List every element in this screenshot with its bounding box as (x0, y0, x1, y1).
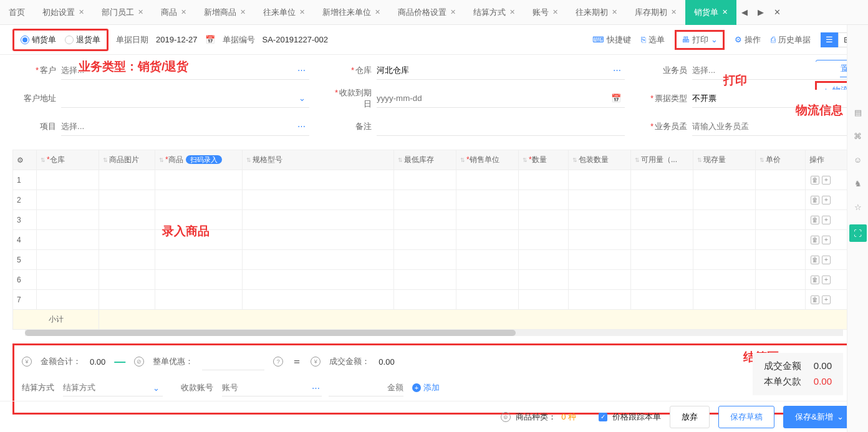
quickkey-link[interactable]: ⌨快捷键 (592, 34, 631, 46)
close-icon[interactable]: ✕ (299, 8, 305, 16)
tab-stockinit[interactable]: 库存期初✕ (626, 0, 685, 25)
project-input[interactable] (61, 118, 294, 135)
method-input[interactable] (63, 379, 163, 396)
col-gear[interactable]: ⚙ (13, 150, 37, 170)
tab-settle[interactable]: 结算方式✕ (465, 0, 524, 25)
delete-icon[interactable]: 🗑 (811, 276, 819, 284)
table-row[interactable]: 6🗑+ (13, 270, 856, 290)
help-icon[interactable]: ? (273, 357, 283, 367)
delete-icon[interactable]: 🗑 (811, 176, 819, 185)
h-scrollbar[interactable] (25, 330, 843, 336)
print-link[interactable]: 🖶打印⌄ (675, 30, 725, 50)
col-qty[interactable]: ⇅*数量 (519, 150, 569, 170)
close-icon[interactable]: ✕ (612, 8, 617, 16)
link-icon[interactable]: ⌘ (852, 130, 864, 142)
add-row-icon[interactable]: + (822, 295, 831, 304)
close-icon[interactable]: ✕ (509, 8, 515, 16)
col-unit[interactable]: ⇅*销售单位 (456, 150, 519, 170)
close-icon[interactable]: ✕ (79, 8, 84, 16)
tab-init[interactable]: 初始设置✕ (34, 0, 93, 25)
star-icon[interactable]: ☆ (852, 201, 864, 213)
history-link[interactable]: ⎙历史单据 (771, 34, 811, 46)
col-warehouse[interactable]: ⇅*仓库 (37, 150, 99, 170)
col-avail[interactable]: ⇅可用量（... (631, 150, 693, 170)
tab-sale[interactable]: 销货单✕ (685, 0, 736, 25)
draft-button[interactable]: 保存草稿 (718, 406, 774, 428)
close-icon[interactable]: ✕ (240, 8, 246, 16)
delete-icon[interactable]: 🗑 (811, 256, 819, 264)
calendar-icon[interactable]: 📅 (607, 94, 625, 103)
radio-return[interactable]: 退货单 (65, 34, 100, 46)
amount-input[interactable] (329, 379, 403, 396)
operate-link[interactable]: ⚙操作 (735, 34, 761, 46)
close-icon[interactable]: ✕ (181, 8, 186, 16)
col-img[interactable]: ⇅商品图片 (99, 150, 155, 170)
checkbox-checked-icon[interactable]: ✓ (599, 413, 607, 421)
select-bill-link[interactable]: ⎘选单 (641, 34, 665, 46)
table-row[interactable]: 1🗑+ (13, 170, 856, 190)
account-input[interactable] (222, 379, 322, 396)
tab-close-all-icon[interactable]: ✕ (769, 7, 786, 17)
col-spec[interactable]: ⇅规格型号 (243, 150, 394, 170)
delete-icon[interactable]: 🗑 (811, 196, 819, 204)
paydue-input[interactable] (377, 90, 607, 107)
chevron-down-icon[interactable]: ⌄ (153, 383, 160, 393)
table-row[interactable]: 3🗑+ (13, 210, 856, 230)
table-row[interactable]: 5🗑+ (13, 250, 856, 270)
view-list-icon[interactable]: ☰ (821, 32, 838, 47)
add-row-icon[interactable]: + (822, 276, 831, 284)
save-new-button[interactable]: 保存&新增⌄ (783, 406, 856, 428)
tab-next-icon[interactable]: ▶ (753, 7, 769, 17)
tab-goods[interactable]: 商品✕ (152, 0, 195, 25)
add-row-icon[interactable]: + (822, 256, 831, 264)
col-price[interactable]: ⇅单价 (756, 150, 806, 170)
tab-prev-icon[interactable]: ◀ (736, 7, 753, 17)
date-value[interactable]: 2019-12-27 (156, 35, 198, 44)
salesman-input[interactable] (692, 62, 840, 79)
add-row-icon[interactable]: + (822, 216, 831, 224)
delete-icon[interactable]: 🗑 (811, 295, 819, 304)
more-icon[interactable]: ⋯ (609, 65, 625, 75)
tab-newgoods[interactable]: 新增商品✕ (195, 0, 254, 25)
add-row-icon[interactable]: + (822, 176, 831, 185)
table-row[interactable]: 7🗑+ (13, 290, 856, 310)
close-icon[interactable]: ✕ (552, 8, 558, 16)
discount-input[interactable] (202, 353, 264, 370)
more-icon[interactable]: ⋯ (294, 65, 309, 75)
col-pack[interactable]: ⇅包装数量 (569, 150, 631, 170)
col-stock[interactable]: ⇅现存量 (693, 150, 756, 170)
user-icon[interactable]: ☺ (852, 153, 864, 166)
salesman-meng-input[interactable] (692, 118, 856, 135)
table-row[interactable]: 2🗑+ (13, 190, 856, 210)
close-icon[interactable]: ✕ (722, 8, 728, 16)
close-icon[interactable]: ✕ (450, 8, 456, 16)
warehouse-input[interactable] (377, 62, 609, 79)
robot-icon[interactable]: ♞ (852, 177, 864, 190)
calendar-icon[interactable]: 📅 (205, 35, 215, 44)
tab-contact[interactable]: 往来单位✕ (254, 0, 314, 25)
addr-input[interactable] (61, 90, 295, 107)
close-icon[interactable]: ✕ (138, 8, 143, 16)
tab-newcontact[interactable]: 新增往来单位✕ (314, 0, 389, 25)
more-icon[interactable]: ⋯ (312, 383, 320, 393)
radio-sale[interactable]: 销货单 (21, 34, 56, 46)
col-minstock[interactable]: ⇅最低库存 (394, 150, 456, 170)
add-row-icon[interactable]: + (822, 236, 831, 244)
delete-icon[interactable]: 🗑 (811, 216, 819, 224)
tab-dept[interactable]: 部门员工✕ (93, 0, 152, 25)
delete-icon[interactable]: 🗑 (811, 236, 819, 244)
tab-price[interactable]: 商品价格设置✕ (389, 0, 465, 25)
add-line-button[interactable]: +添加 (412, 382, 440, 393)
doc-icon[interactable]: ▤ (852, 106, 864, 118)
close-icon[interactable]: ✕ (671, 8, 677, 16)
remark-input[interactable] (377, 118, 625, 135)
more-icon[interactable]: ⋯ (294, 122, 309, 131)
table-row[interactable]: 4🗑+ (13, 230, 856, 250)
tab-home[interactable]: 首页 (0, 0, 34, 25)
chevron-down-icon[interactable]: ⌄ (295, 94, 309, 103)
scan-button[interactable]: 扫码录入 (186, 155, 222, 164)
add-row-icon[interactable]: + (822, 196, 831, 204)
expand-icon[interactable]: ⛶ (849, 224, 867, 242)
col-goods[interactable]: ⇅*商品扫码录入 (155, 150, 243, 170)
tab-contactinit[interactable]: 往来期初✕ (567, 0, 626, 25)
